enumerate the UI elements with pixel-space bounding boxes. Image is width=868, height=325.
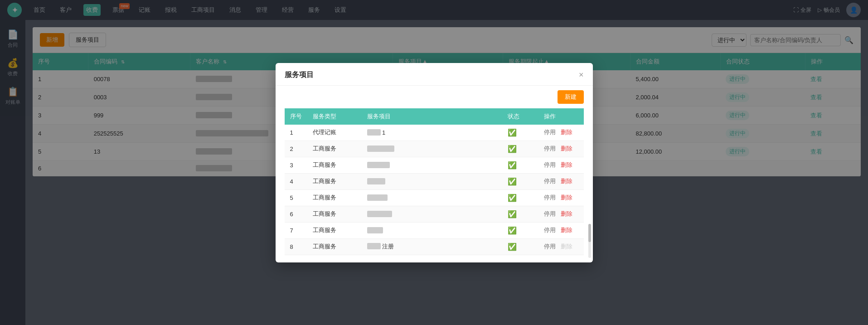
modal-table-row: 3 工商服务 ✅ 停用 删除 (285, 157, 584, 173)
modal-cell-seq: 5 (285, 189, 307, 206)
modal-cell-action: 停用 删除 (538, 141, 584, 157)
modal-cell-status: ✅ (502, 222, 538, 238)
modal-cell-action: 停用 删除 (538, 157, 584, 173)
delete-button[interactable]: 删除 (561, 145, 572, 153)
modal-title: 服务项目 (285, 70, 314, 80)
modal-cell-status: ✅ (502, 157, 538, 173)
modal-table-row: 1 代理记账 1 ✅ 停用 删除 (285, 125, 584, 141)
modal-new-button[interactable]: 新建 (558, 90, 584, 104)
modal-table-row: 4 工商服务 ✅ 停用 删除 (285, 173, 584, 189)
modal-table-row: 8 工商服务 注册 ✅ 停用 删除 (285, 238, 584, 255)
stop-button[interactable]: 停用 (544, 210, 556, 218)
modal-table-row: 5 工商服务 ✅ 停用 删除 (285, 189, 584, 206)
modal-overlay: 服务项目 × 新建 序号 服务类型 服务项目 状态 操作 (0, 0, 868, 325)
modal-cell-seq: 8 (285, 238, 307, 255)
modal-cell-seq: 4 (285, 173, 307, 189)
stop-button[interactable]: 停用 (544, 194, 556, 202)
stop-button[interactable]: 停用 (544, 128, 556, 136)
modal-cell-action: 停用 删除 (538, 189, 584, 206)
modal-toolbar: 新建 (276, 86, 593, 108)
stop-button[interactable]: 停用 (544, 145, 556, 153)
service-items-modal: 服务项目 × 新建 序号 服务类型 服务项目 状态 操作 (276, 63, 593, 262)
modal-cell-action: 停用 删除 (538, 222, 584, 238)
modal-cell-type: 代理记账 (307, 125, 362, 141)
delete-button[interactable]: 删除 (561, 161, 572, 169)
modal-cell-status: ✅ (502, 173, 538, 189)
stop-button[interactable]: 停用 (544, 243, 556, 251)
modal-col-action: 操作 (538, 108, 584, 125)
modal-cell-type: 工商服务 (307, 238, 362, 255)
modal-cell-status: ✅ (502, 125, 538, 141)
modal-col-type: 服务类型 (307, 108, 362, 125)
modal-table-row: 7 工商服务 ✅ 停用 删除 (285, 222, 584, 238)
modal-cell-type: 工商服务 (307, 173, 362, 189)
modal-cell-item: 注册 (362, 238, 502, 255)
modal-cell-type: 工商服务 (307, 222, 362, 238)
modal-cell-seq: 7 (285, 222, 307, 238)
modal-cell-action: 停用 删除 (538, 238, 584, 255)
service-items-table: 序号 服务类型 服务项目 状态 操作 1 代理记账 1 ✅ 停用 (285, 108, 584, 255)
modal-table-row: 6 工商服务 ✅ 停用 删除 (285, 206, 584, 222)
modal-cell-type: 工商服务 (307, 141, 362, 157)
delete-button[interactable]: 删除 (561, 128, 572, 136)
modal-col-seq: 序号 (285, 108, 307, 125)
delete-button[interactable]: 删除 (561, 194, 572, 202)
modal-close-button[interactable]: × (579, 71, 584, 79)
modal-cell-item (362, 173, 502, 189)
modal-cell-seq: 6 (285, 206, 307, 222)
delete-button[interactable]: 删除 (561, 243, 572, 251)
modal-cell-item (362, 141, 502, 157)
modal-cell-item (362, 157, 502, 173)
delete-button[interactable]: 删除 (561, 177, 572, 185)
modal-cell-status: ✅ (502, 189, 538, 206)
modal-cell-seq: 2 (285, 141, 307, 157)
modal-cell-item (362, 206, 502, 222)
modal-cell-item (362, 189, 502, 206)
modal-cell-action: 停用 删除 (538, 173, 584, 189)
modal-cell-seq: 3 (285, 157, 307, 173)
stop-button[interactable]: 停用 (544, 161, 556, 169)
modal-cell-status: ✅ (502, 141, 538, 157)
stop-button[interactable]: 停用 (544, 177, 556, 185)
modal-cell-type: 工商服务 (307, 189, 362, 206)
modal-cell-type: 工商服务 (307, 206, 362, 222)
modal-cell-status: ✅ (502, 206, 538, 222)
modal-cell-action: 停用 删除 (538, 125, 584, 141)
modal-cell-type: 工商服务 (307, 157, 362, 173)
modal-cell-status: ✅ (502, 238, 538, 255)
scrollbar-track[interactable] (588, 224, 591, 258)
modal-table-row: 2 工商服务 ✅ 停用 删除 (285, 141, 584, 157)
modal-col-status: 状态 (502, 108, 538, 125)
delete-button[interactable]: 删除 (561, 210, 572, 218)
stop-button[interactable]: 停用 (544, 226, 556, 234)
modal-cell-action: 停用 删除 (538, 206, 584, 222)
modal-cell-item: 1 (362, 125, 502, 141)
scrollbar-thumb (588, 224, 591, 242)
modal-cell-seq: 1 (285, 125, 307, 141)
modal-col-item: 服务项目 (362, 108, 502, 125)
modal-header: 服务项目 × (276, 63, 593, 86)
delete-button[interactable]: 删除 (561, 226, 572, 234)
modal-cell-item (362, 222, 502, 238)
modal-body: 序号 服务类型 服务项目 状态 操作 1 代理记账 1 ✅ 停用 (276, 108, 593, 262)
